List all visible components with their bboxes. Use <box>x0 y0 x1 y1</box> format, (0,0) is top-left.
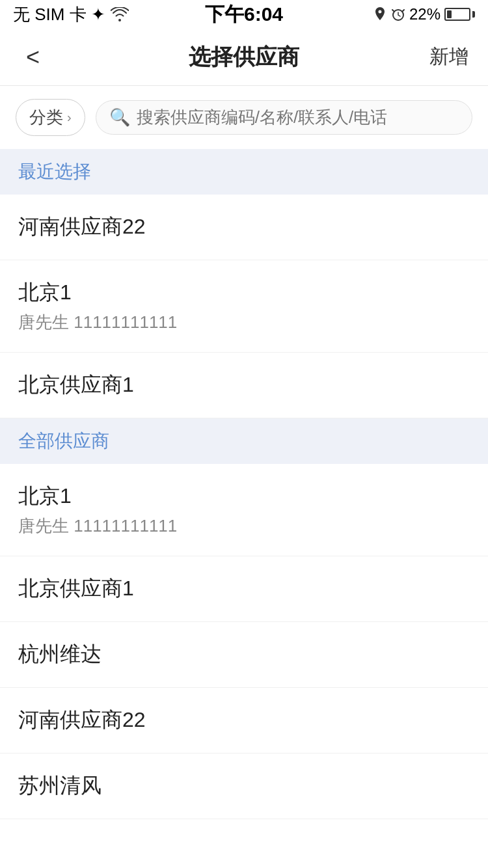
list-item[interactable]: 北京供应商1 <box>0 353 488 418</box>
battery-percent: 22% <box>409 5 441 23</box>
item-name: 杭州维达 <box>18 640 470 669</box>
list-item[interactable]: 河南供应商22 <box>0 195 488 260</box>
item-name: 北京供应商1 <box>18 575 470 603</box>
item-sub: 唐先生 11111111111 <box>18 311 470 334</box>
status-bar: 无 SIM 卡 ✦ 下午6:04 22% <box>0 0 488 29</box>
item-name: 苏州清风 <box>18 772 470 800</box>
list-item[interactable]: 北京供应商1 <box>0 556 488 622</box>
filter-bar: 分类 › 🔍 <box>0 86 488 149</box>
item-name: 北京供应商1 <box>18 371 470 400</box>
status-right: 22% <box>373 5 475 23</box>
all-section-header: 全部供应商 <box>0 418 488 464</box>
item-name: 河南供应商22 <box>18 706 470 735</box>
all-list: 北京1唐先生 11111111111北京供应商1杭州维达河南供应商22苏州清风 <box>0 464 488 819</box>
back-button[interactable]: < <box>20 37 46 77</box>
item-name: 河南供应商22 <box>18 213 470 241</box>
location-icon <box>373 7 387 21</box>
page-title: 选择供应商 <box>189 42 299 72</box>
recent-section-label: 最近选择 <box>18 161 91 182</box>
sim-label: 无 SIM 卡 ✦ <box>13 3 105 26</box>
item-name: 北京1 <box>18 278 470 307</box>
list-item[interactable]: 杭州维达 <box>0 622 488 688</box>
list-item[interactable]: 北京1唐先生 11111111111 <box>0 464 488 556</box>
recent-section-header: 最近选择 <box>0 149 488 195</box>
status-time: 下午6:04 <box>205 1 283 28</box>
alarm-icon <box>391 7 405 21</box>
search-icon: 🔍 <box>109 107 130 128</box>
list-item[interactable]: 河南供应商22 <box>0 688 488 753</box>
item-sub: 唐先生 11111111111 <box>18 515 470 537</box>
category-filter[interactable]: 分类 › <box>16 99 85 136</box>
recent-list: 河南供应商22北京1唐先生 11111111111北京供应商1 <box>0 195 488 418</box>
item-name: 北京1 <box>18 482 470 511</box>
list-item[interactable]: 北京1唐先生 11111111111 <box>0 260 488 353</box>
wifi-icon <box>111 7 129 21</box>
add-button[interactable]: 新增 <box>429 44 468 70</box>
all-section-label: 全部供应商 <box>18 431 109 451</box>
category-label: 分类 <box>29 106 63 129</box>
chevron-right-icon: › <box>67 110 72 125</box>
search-box[interactable]: 🔍 <box>96 100 472 135</box>
battery-icon <box>444 8 475 21</box>
nav-bar: < 选择供应商 新增 <box>0 29 488 86</box>
status-left: 无 SIM 卡 ✦ <box>13 3 129 26</box>
search-input[interactable] <box>137 107 459 128</box>
list-item[interactable]: 苏州清风 <box>0 753 488 819</box>
